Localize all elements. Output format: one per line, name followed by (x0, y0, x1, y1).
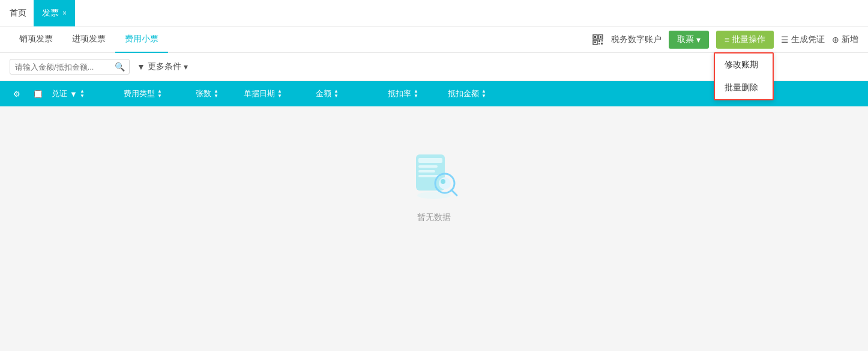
batch-dropdown-menu: 修改账期 批量删除 (714, 52, 774, 100)
th-count[interactable]: 张数 ▲ ▼ (191, 88, 239, 99)
chevron-down-icon: ▾ (696, 35, 701, 44)
generate-voucher-button[interactable]: ☰ 生成凭证 (781, 34, 825, 45)
th-gear[interactable]: ⚙ (5, 90, 29, 99)
invoice-tab[interactable]: 发票 × (34, 0, 75, 26)
svg-rect-1 (594, 36, 596, 38)
batch-dropdown-wrapper: ≡ 批量操作 修改账期 批量删除 (716, 31, 774, 49)
svg-rect-13 (418, 165, 438, 168)
th-count-label: 张数 (196, 88, 211, 99)
empty-state: 暂无数据 (0, 106, 868, 247)
tab-label: 发票 (42, 8, 59, 19)
svg-rect-5 (594, 41, 596, 43)
gear-icon: ⚙ (13, 90, 20, 99)
top-nav: 首页 发票 × (0, 0, 868, 26)
svg-rect-8 (598, 43, 600, 44)
svg-point-19 (441, 179, 445, 184)
tab-expense-receipt[interactable]: 费用小票 (115, 26, 168, 53)
modify-period-item[interactable]: 修改账期 (715, 53, 773, 76)
th-deduct-sort[interactable]: ▲ ▼ (481, 89, 486, 99)
svg-rect-9 (601, 43, 603, 44)
batch-icon: ≡ (725, 35, 729, 44)
th-voucher-label: 兑证 (52, 88, 67, 99)
generate-label: 生成凭证 (791, 34, 825, 45)
th-deduct-amount[interactable]: 抵扣金额 ▲ ▼ (443, 88, 515, 99)
th-deduct-rate[interactable]: 抵扣率 ▲ ▼ (383, 88, 443, 99)
add-button[interactable]: ⊕ 新增 (832, 34, 858, 45)
filter-icon: ▼ (137, 62, 145, 72)
tab-sales-invoice[interactable]: 销项发票 (10, 26, 62, 53)
tax-account-button[interactable]: 税务数字账户 (611, 34, 662, 45)
th-amount-sort[interactable]: ▲ ▼ (334, 89, 339, 99)
th-amount-label: 金额 (316, 88, 331, 99)
search-icon: 🔍 (115, 62, 125, 72)
select-all-checkbox[interactable] (34, 90, 42, 98)
qr-button[interactable] (592, 34, 604, 46)
th-voucher[interactable]: 兑证 ▼ ▲ ▼ (47, 88, 119, 99)
more-filters-label: 更多条件 (148, 61, 181, 72)
home-nav[interactable]: 首页 (10, 8, 34, 19)
sub-nav-actions: 税务数字账户 取票 ▾ ≡ 批量操作 修改账期 批量删除 ☰ 生成凭证 ⊕ 新增 (592, 31, 858, 49)
th-checkbox[interactable] (29, 90, 47, 98)
th-type-sort[interactable]: ▲ ▼ (157, 89, 162, 99)
svg-line-18 (451, 190, 457, 195)
qr-icon (592, 34, 604, 46)
search-wrap: 🔍 (10, 59, 130, 75)
batch-delete-item[interactable]: 批量删除 (715, 76, 773, 99)
get-invoice-button[interactable]: 取票 ▾ (669, 31, 709, 49)
svg-rect-14 (418, 170, 435, 172)
th-date[interactable]: 单据日期 ▲ ▼ (239, 88, 311, 99)
svg-point-17 (439, 177, 451, 189)
more-filters-chevron: ▾ (184, 62, 188, 72)
search-input[interactable] (15, 63, 111, 72)
add-icon: ⊕ (832, 35, 839, 44)
th-rate-sort[interactable]: ▲ ▼ (414, 89, 418, 99)
svg-rect-3 (600, 36, 601, 38)
svg-rect-6 (598, 40, 600, 42)
th-deduct-label: 抵扣金额 (448, 88, 479, 99)
tab-close-icon[interactable]: × (62, 9, 67, 17)
svg-rect-12 (418, 158, 442, 163)
th-count-sort[interactable]: ▲ ▼ (214, 89, 219, 99)
tab-purchase-invoice[interactable]: 进项发票 (62, 26, 115, 53)
th-date-label: 单据日期 (244, 88, 275, 99)
add-label: 新增 (842, 34, 858, 45)
more-filters-button[interactable]: ▼ 更多条件 ▾ (137, 61, 188, 72)
th-voucher-sort[interactable]: ▲ ▼ (80, 89, 85, 99)
th-voucher-filter-icon: ▼ (70, 90, 77, 99)
get-invoice-label: 取票 (677, 34, 694, 45)
generate-icon: ☰ (781, 35, 789, 44)
batch-operation-button[interactable]: ≡ 批量操作 (716, 31, 774, 49)
sub-nav: 销项发票 进项发票 费用小票 税务数字账户 取票 ▾ (0, 26, 868, 53)
th-amount[interactable]: 金额 ▲ ▼ (311, 88, 383, 99)
th-rate-label: 抵扣率 (388, 88, 411, 99)
th-date-sort[interactable]: ▲ ▼ (277, 89, 282, 99)
empty-icon (404, 142, 464, 203)
svg-rect-7 (601, 40, 603, 41)
sub-nav-tabs: 销项发票 进项发票 费用小票 (10, 26, 168, 53)
th-type-label: 费用类型 (124, 88, 155, 99)
empty-text: 暂无数据 (417, 212, 451, 223)
th-expense-type[interactable]: 费用类型 ▲ ▼ (119, 88, 191, 99)
batch-label: 批量操作 (732, 34, 765, 45)
